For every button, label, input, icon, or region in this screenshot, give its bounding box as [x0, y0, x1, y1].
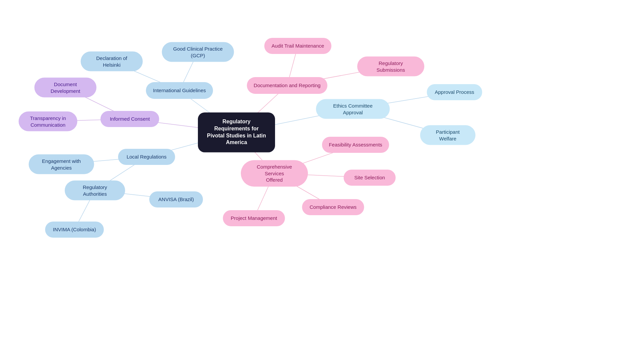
node-goodClinical: Good Clinical Practice (GCP)	[162, 42, 234, 62]
node-transparencyComm: Transparency in Communication	[19, 112, 77, 131]
node-invima: INVIMA (Colombia)	[45, 222, 104, 238]
node-regulatorySubmissions: Regulatory Submissions	[357, 57, 424, 76]
node-documentDevelopment: Document Development	[35, 78, 97, 98]
node-participantWelfare: Participant Welfare	[420, 125, 476, 145]
node-engagementAgencies: Engagement with Agencies	[29, 155, 94, 174]
node-declarationHelsinki: Declaration of Helsinki	[81, 52, 143, 71]
node-complianceReviews: Compliance Reviews	[302, 199, 364, 215]
node-regulatoryAuthorities: Regulatory Authorities	[65, 181, 125, 200]
node-documentationReporting: Documentation and Reporting	[247, 77, 327, 94]
node-ethicsCommittee: Ethics Committee Approval	[316, 99, 390, 119]
mindmap-container: Regulatory Requirements for Pivotal Stud…	[0, 0, 644, 363]
node-auditTrail: Audit Trail Maintenance	[264, 38, 331, 54]
node-localRegulations: Local Regulations	[118, 149, 175, 165]
node-feasibilityAssessments: Feasibility Assessments	[322, 137, 389, 153]
node-anvisa: ANVISA (Brazil)	[149, 191, 203, 207]
node-internationalGuidelines: International Guidelines	[146, 82, 213, 99]
node-projectManagement: Project Management	[223, 210, 285, 226]
node-siteSelection: Site Selection	[344, 170, 396, 186]
node-informedConsent: Informed Consent	[101, 111, 159, 127]
node-comprehensiveServices: Comprehensive Services Offered	[241, 160, 308, 187]
node-center: Regulatory Requirements for Pivotal Stud…	[198, 112, 275, 152]
node-approvalProcess: Approval Process	[427, 84, 482, 100]
